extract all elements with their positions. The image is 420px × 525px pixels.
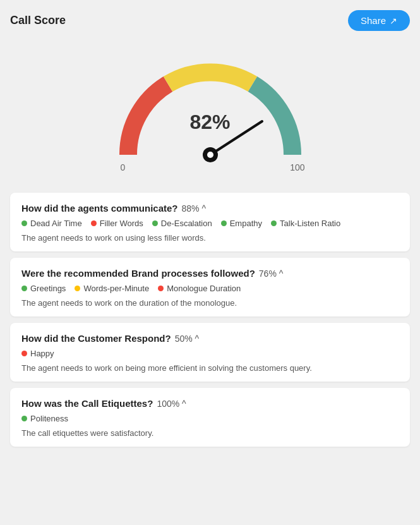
tag-1-1: Words-per-Minute bbox=[75, 284, 149, 293]
header: Call Score Share ↗ bbox=[10, 10, 410, 31]
dot-green-icon bbox=[221, 220, 227, 226]
tag-label-1-1: Words-per-Minute bbox=[83, 284, 149, 293]
tag-label-0-1: Filler Words bbox=[100, 219, 143, 228]
card-header-1: Were the recommended Brand processes fol… bbox=[21, 268, 399, 279]
tag-0-1: Filler Words bbox=[91, 219, 143, 228]
tag-label-0-4: Talk-Listen Ratio bbox=[280, 219, 340, 228]
dot-green-icon bbox=[152, 220, 158, 226]
card-score-0: 88% ^ bbox=[182, 203, 206, 214]
card-score-3: 100% ^ bbox=[157, 399, 186, 409]
card-tags-1: GreetingsWords-per-MinuteMonologue Durat… bbox=[21, 284, 399, 293]
card-title-3: How was the Call Etiquettes? bbox=[21, 398, 153, 409]
card-desc-2: The agent needs to work on being more ef… bbox=[21, 363, 399, 373]
card-header-0: How did the agents communicate?88% ^ bbox=[21, 203, 399, 214]
dot-green-icon bbox=[271, 220, 277, 226]
tag-2-0: Happy bbox=[21, 349, 54, 358]
svg-point-2 bbox=[207, 152, 213, 158]
tag-label-1-2: Monologue Duration bbox=[167, 284, 241, 293]
cards-container: How did the agents communicate?88% ^Dead… bbox=[10, 193, 410, 447]
tag-label-3-0: Politeness bbox=[30, 414, 68, 423]
card-desc-1: The agent needs to work on the duration … bbox=[21, 298, 399, 308]
card-2: How did the Customer Respond?50% ^HappyT… bbox=[10, 323, 410, 382]
page-title: Call Score bbox=[10, 14, 66, 27]
card-3: How was the Call Etiquettes?100% ^Polite… bbox=[10, 388, 410, 447]
card-header-3: How was the Call Etiquettes?100% ^ bbox=[21, 398, 399, 409]
share-icon: ↗ bbox=[390, 16, 397, 26]
card-0: How did the agents communicate?88% ^Dead… bbox=[10, 193, 410, 251]
tag-0-2: De-Escalation bbox=[152, 219, 212, 228]
gauge-value: 82% bbox=[189, 111, 230, 134]
page-wrapper: Call Score Share ↗ bbox=[0, 0, 420, 525]
dot-red-icon bbox=[158, 286, 164, 291]
gauge-label-0: 0 bbox=[121, 162, 126, 172]
dot-red-icon bbox=[21, 351, 27, 356]
tag-1-2: Monologue Duration bbox=[158, 284, 241, 293]
tag-label-1-0: Greetings bbox=[30, 284, 66, 293]
card-desc-0: The agent needs to work on using less fi… bbox=[21, 233, 399, 243]
dot-yellow-icon bbox=[75, 286, 80, 291]
card-header-2: How did the Customer Respond?50% ^ bbox=[21, 333, 399, 344]
tag-3-0: Politeness bbox=[21, 414, 68, 423]
gauge-label-100: 100 bbox=[290, 162, 304, 172]
card-title-0: How did the agents communicate? bbox=[21, 203, 178, 214]
dot-green-icon bbox=[21, 220, 27, 226]
tag-0-0: Dead Air Time bbox=[21, 219, 82, 228]
card-desc-3: The call etiquettes were satisfactory. bbox=[21, 428, 399, 438]
tag-0-4: Talk-Listen Ratio bbox=[271, 219, 340, 228]
share-label: Share bbox=[361, 15, 386, 26]
dot-green-icon bbox=[21, 286, 27, 291]
card-score-1: 76% ^ bbox=[259, 269, 283, 279]
card-1: Were the recommended Brand processes fol… bbox=[10, 258, 410, 317]
card-tags-0: Dead Air TimeFiller WordsDe-EscalationEm… bbox=[21, 219, 399, 228]
tag-label-2-0: Happy bbox=[30, 349, 54, 358]
dot-green-icon bbox=[21, 416, 27, 421]
tag-label-0-2: De-Escalation bbox=[161, 219, 212, 228]
tag-label-0-3: Empathy bbox=[230, 219, 262, 228]
card-tags-2: Happy bbox=[21, 349, 399, 358]
card-title-1: Were the recommended Brand processes fol… bbox=[21, 268, 255, 279]
tag-1-0: Greetings bbox=[21, 284, 66, 293]
card-score-2: 50% ^ bbox=[175, 334, 199, 344]
tag-0-3: Empathy bbox=[221, 219, 262, 228]
gauge-container: 82% 0 100 bbox=[10, 41, 410, 186]
share-button[interactable]: Share ↗ bbox=[348, 10, 410, 31]
card-title-2: How did the Customer Respond? bbox=[21, 333, 171, 344]
dot-red-icon bbox=[91, 220, 97, 226]
card-tags-3: Politeness bbox=[21, 414, 399, 423]
gauge-wrapper: 82% 0 100 bbox=[109, 54, 311, 167]
tag-label-0-0: Dead Air Time bbox=[30, 219, 82, 228]
